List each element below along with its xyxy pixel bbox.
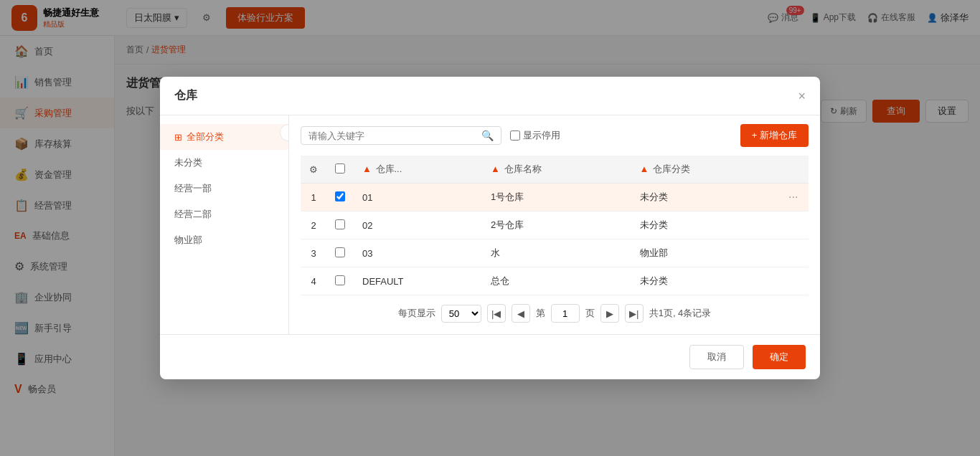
- table-body: 1 01 1号仓库 未分类 ··· 2 02 2: [301, 184, 809, 295]
- confirm-button[interactable]: 确定: [753, 345, 806, 369]
- search-icon: 🔍: [481, 130, 494, 141]
- sort-icon-cat: ▲: [640, 163, 649, 174]
- row-name: 总仓: [482, 267, 631, 295]
- row-more: [780, 239, 809, 267]
- row-category: 物业部: [631, 239, 780, 267]
- warehouse-dialog: 仓库 × 《 ⊞ 全部分类 未分类 经营一部 经营二部: [160, 77, 820, 379]
- first-page-button[interactable]: |◀: [487, 304, 506, 323]
- per-page-select[interactable]: 50 100 200: [441, 305, 481, 323]
- row-code: DEFAULT: [354, 267, 482, 295]
- table-wrapper: ⚙ ▲ 仓库... ▲: [301, 156, 809, 295]
- pagination: 每页显示 50 100 200 |◀ ◀ 第 页 ▶ ▶| 共1页, 4条记录: [301, 295, 809, 326]
- row-checkbox-cell: [326, 184, 354, 212]
- row-more: [780, 212, 809, 239]
- gear-icon: ⚙: [309, 164, 318, 175]
- page-number-input[interactable]: [551, 304, 580, 323]
- col-code: ▲ 仓库...: [354, 156, 482, 184]
- row-checkbox[interactable]: [335, 191, 345, 201]
- table-row[interactable]: 3 03 水 物业部: [301, 239, 809, 267]
- table-toolbar: 🔍 显示停用 + 新增仓库: [301, 124, 809, 147]
- sort-icon: ▲: [362, 163, 372, 174]
- category-op1[interactable]: 经营一部: [160, 176, 288, 201]
- select-all-checkbox[interactable]: [335, 163, 345, 174]
- row-more: [780, 267, 809, 295]
- dialog-close-button[interactable]: ×: [798, 90, 806, 103]
- category-panel: 《 ⊞ 全部分类 未分类 经营一部 经营二部 物业部: [160, 115, 289, 334]
- dialog-overlay: 仓库 × 《 ⊞ 全部分类 未分类 经营一部 经营二部: [0, 0, 980, 456]
- prev-page-button[interactable]: ◀: [512, 304, 530, 323]
- row-checkbox[interactable]: [335, 247, 345, 257]
- row-num: 3: [301, 239, 326, 267]
- col-actions: [780, 156, 809, 184]
- next-page-button[interactable]: ▶: [600, 304, 619, 323]
- col-name: ▲ 仓库名称: [482, 156, 631, 184]
- row-name: 水: [482, 239, 631, 267]
- warehouse-table: ⚙ ▲ 仓库... ▲: [301, 156, 809, 295]
- table-header: ⚙ ▲ 仓库... ▲: [301, 156, 809, 184]
- show-disabled-label[interactable]: 显示停用: [510, 129, 560, 142]
- row-code: 01: [354, 184, 482, 212]
- row-name: 2号仓库: [482, 212, 631, 239]
- grid-icon: ⊞: [174, 132, 182, 143]
- category-none[interactable]: 未分类: [160, 150, 288, 176]
- row-code: 03: [354, 239, 482, 267]
- row-name: 1号仓库: [482, 184, 631, 212]
- row-num: 2: [301, 212, 326, 239]
- table-row[interactable]: 4 DEFAULT 总仓 未分类: [301, 267, 809, 295]
- row-num: 1: [301, 184, 326, 212]
- row-category: 未分类: [631, 267, 780, 295]
- row-more: ···: [780, 184, 809, 212]
- table-row[interactable]: 1 01 1号仓库 未分类 ···: [301, 184, 809, 212]
- add-warehouse-button[interactable]: + 新增仓库: [740, 124, 809, 147]
- row-checkbox-cell: [326, 212, 354, 239]
- table-row[interactable]: 2 02 2号仓库 未分类: [301, 212, 809, 239]
- category-op2[interactable]: 经营二部: [160, 201, 288, 227]
- row-code: 02: [354, 212, 482, 239]
- col-gear: ⚙: [301, 156, 326, 184]
- show-disabled-checkbox[interactable]: [510, 130, 520, 141]
- search-box: 🔍: [301, 126, 501, 145]
- dialog-header: 仓库 ×: [160, 77, 820, 115]
- cancel-button[interactable]: 取消: [689, 345, 744, 369]
- category-all[interactable]: ⊞ 全部分类: [160, 124, 288, 150]
- row-num: 4: [301, 267, 326, 295]
- category-prop[interactable]: 物业部: [160, 227, 288, 253]
- dialog-footer: 取消 确定: [160, 334, 820, 379]
- row-checkbox[interactable]: [335, 219, 345, 229]
- search-input[interactable]: [308, 130, 477, 141]
- page-info: 共1页, 4条记录: [649, 307, 712, 320]
- col-checkbox: [326, 156, 354, 184]
- row-checkbox-cell: [326, 239, 354, 267]
- more-icon[interactable]: ···: [788, 191, 798, 203]
- row-checkbox[interactable]: [335, 275, 345, 285]
- table-panel: 🔍 显示停用 + 新增仓库 ⚙: [289, 115, 820, 334]
- last-page-button[interactable]: ▶|: [625, 304, 644, 323]
- dialog-body: 《 ⊞ 全部分类 未分类 经营一部 经营二部 物业部: [160, 115, 820, 334]
- row-checkbox-cell: [326, 267, 354, 295]
- row-category: 未分类: [631, 212, 780, 239]
- col-category: ▲ 仓库分类: [631, 156, 780, 184]
- dialog-title: 仓库: [174, 88, 197, 103]
- sort-icon-name: ▲: [491, 163, 500, 174]
- row-category: 未分类: [631, 184, 780, 212]
